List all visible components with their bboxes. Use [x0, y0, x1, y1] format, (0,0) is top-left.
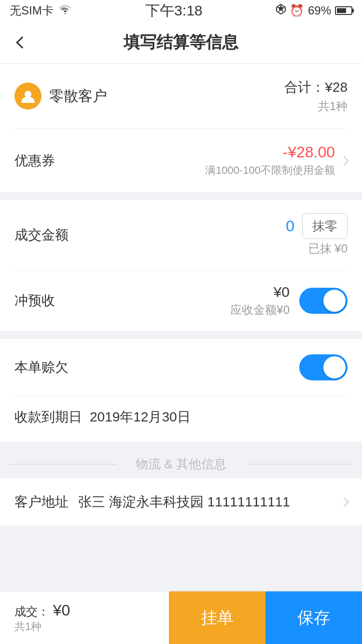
deal-section: 成交金额 0 抹零 已抹 ¥0 冲预收 ¥0 应收金额¥0	[0, 200, 362, 331]
status-right: ⏰ 69%	[276, 4, 352, 17]
alarm-icon: ⏰	[290, 4, 304, 17]
customer-row: 零散客户 合计：¥28 共1种	[0, 64, 362, 128]
debt-row: 本单赊欠	[0, 339, 362, 396]
battery-percent: 69%	[308, 4, 331, 17]
debt-toggle[interactable]	[299, 354, 348, 380]
customer-left: 零散客户	[14, 83, 107, 110]
wifi-icon	[58, 4, 72, 17]
bottom-actions: 挂单 保存	[169, 591, 362, 644]
prepay-amount: ¥0	[230, 284, 290, 300]
address-label: 客户地址	[14, 493, 69, 511]
location-icon	[276, 4, 286, 17]
address-section: 客户地址 张三 海淀永丰科技园 11111111111	[0, 478, 362, 526]
nav-bar: 填写结算等信息	[0, 21, 362, 64]
prepay-right: ¥0 应收金额¥0	[230, 284, 348, 318]
deal-label: 成交金额	[14, 226, 69, 244]
coupon-amount: -¥28.00	[205, 143, 335, 161]
coupon-right: -¥28.00 满1000-100不限制使用金额	[205, 143, 348, 178]
bottom-count: 共1种	[14, 619, 154, 634]
page-title: 填写结算等信息	[124, 31, 238, 54]
bottom-bar: 成交： ¥0 共1种 挂单 保存	[0, 591, 362, 644]
bottom-summary: 成交： ¥0 共1种	[0, 602, 169, 634]
bottom-label-row: 成交： ¥0	[14, 602, 154, 619]
deal-right: 0 抹零	[286, 213, 348, 239]
deal-row: 成交金额 0 抹零 已抹 ¥0	[0, 200, 362, 270]
customer-name: 零散客户	[49, 86, 107, 106]
save-button[interactable]: 保存	[265, 591, 362, 644]
back-button[interactable]	[12, 32, 33, 53]
status-time: 下午3:18	[145, 1, 202, 21]
prepay-toggle[interactable]	[299, 288, 348, 314]
debt-label: 本单赊欠	[14, 358, 69, 377]
address-row[interactable]: 客户地址 张三 海淀永丰科技园 11111111111	[0, 478, 362, 526]
deal-sub: 已抹 ¥0	[286, 241, 348, 256]
address-value: 张三 海淀永丰科技园 11111111111	[78, 493, 341, 511]
sim-status: 无SIM卡	[10, 3, 54, 18]
hold-button-label: 挂单	[201, 607, 234, 629]
deal-amount: 0	[286, 217, 294, 235]
due-date-value: 2019年12月30日	[90, 408, 191, 426]
back-arrow-icon	[16, 36, 28, 48]
logistics-line-right	[246, 464, 352, 464]
hold-button[interactable]: 挂单	[169, 591, 265, 644]
total-count: 共1种	[284, 98, 348, 114]
chevron-right-icon	[339, 156, 349, 166]
main-content: 零散客户 合计：¥28 共1种 优惠券 -¥28.00 满1000-100不限制…	[0, 64, 362, 591]
coupon-row[interactable]: 优惠券 -¥28.00 满1000-100不限制使用金额	[0, 129, 362, 192]
bottom-deal-label: 成交：	[14, 605, 49, 618]
total-amount: 合计：¥28	[284, 78, 348, 97]
due-date-row: 收款到期日 2019年12月30日	[0, 396, 362, 442]
prepay-label: 冲预收	[14, 292, 55, 310]
coupon-desc: 满1000-100不限制使用金额	[205, 163, 335, 178]
svg-point-0	[25, 91, 31, 98]
prepay-amount-wrap: ¥0 应收金额¥0	[230, 284, 290, 318]
bottom-deal-amount: ¥0	[53, 602, 70, 619]
coupon-label: 优惠券	[14, 152, 55, 170]
save-button-label: 保存	[297, 607, 330, 629]
status-bar: 无SIM卡 下午3:18 ⏰ 69%	[0, 0, 362, 21]
customer-section: 零散客户 合计：¥28 共1种 优惠券 -¥28.00 满1000-100不限制…	[0, 64, 362, 192]
address-chevron-icon	[339, 497, 349, 507]
due-label: 收款到期日	[14, 408, 82, 426]
debt-section: 本单赊欠 收款到期日 2019年12月30日	[0, 339, 362, 442]
logistics-text: 物流 & 其他信息	[126, 456, 236, 473]
logistics-divider: 物流 & 其他信息	[0, 449, 362, 478]
status-left: 无SIM卡	[10, 3, 72, 18]
toggle-thumb	[323, 290, 346, 312]
customer-total: 合计：¥28 共1种	[284, 78, 348, 114]
deal-right-wrap: 0 抹零 已抹 ¥0	[286, 213, 348, 256]
debt-toggle-thumb	[323, 356, 346, 378]
address-right	[341, 499, 348, 505]
logistics-line-left	[10, 464, 116, 464]
coupon-wrap: -¥28.00 满1000-100不限制使用金额	[205, 143, 335, 178]
battery-icon	[335, 6, 352, 15]
prepay-row: 冲预收 ¥0 应收金额¥0	[0, 270, 362, 331]
prepay-sub: 应收金额¥0	[230, 302, 290, 318]
round-zero-button[interactable]: 抹零	[302, 213, 348, 239]
avatar	[14, 83, 42, 110]
